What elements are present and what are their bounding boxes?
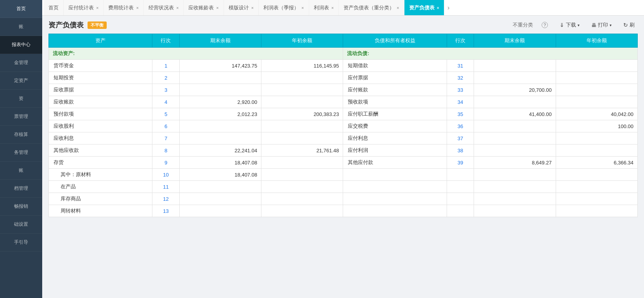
tab-close-balance-reclassified[interactable]: ×: [397, 5, 399, 10]
year-start-balance2[interactable]: [556, 205, 637, 217]
liability-name[interactable]: [343, 205, 447, 217]
end-balance[interactable]: 18,407.08: [179, 157, 261, 169]
year-start-balance[interactable]: [261, 120, 343, 132]
liability-name[interactable]: 预收款项: [343, 96, 447, 108]
sidebar-item-cash[interactable]: 金管理: [0, 54, 42, 72]
end-balance2[interactable]: [474, 132, 556, 145]
end-balance[interactable]: 147,423.75: [179, 60, 261, 72]
asset-name[interactable]: 应收票据: [49, 84, 152, 96]
end-balance2[interactable]: [474, 193, 556, 205]
year-start-balance2[interactable]: 40,042.00: [556, 108, 637, 120]
end-balance[interactable]: 2,012.23: [179, 108, 261, 120]
end-balance2[interactable]: [474, 72, 556, 84]
tab-close-balance-sheet[interactable]: ×: [437, 5, 439, 10]
sidebar-item-reports[interactable]: 报表中心: [0, 36, 42, 54]
year-start-balance[interactable]: [261, 84, 343, 96]
sidebar-item-guide[interactable]: 手引导: [0, 234, 42, 252]
year-start-balance2[interactable]: [556, 60, 637, 72]
year-start-balance2[interactable]: [556, 132, 637, 145]
liability-name[interactable]: [343, 193, 447, 205]
year-start-balance2[interactable]: [556, 193, 637, 205]
year-start-balance[interactable]: [261, 205, 343, 217]
tab-profit-quarterly[interactable]: 利润表（季报） ×: [259, 0, 309, 16]
asset-name[interactable]: 短期投资: [49, 72, 152, 84]
year-start-balance2[interactable]: 6,366.34: [556, 157, 637, 169]
sidebar-item-settings[interactable]: 础设置: [0, 216, 42, 234]
end-balance2[interactable]: 20,700.00: [474, 84, 556, 96]
year-start-balance2[interactable]: 100.00: [556, 120, 637, 132]
asset-name[interactable]: 库存商品: [49, 193, 152, 205]
liability-name[interactable]: 其他应付款: [343, 157, 447, 169]
liability-name[interactable]: [343, 169, 447, 181]
tab-payable-stats[interactable]: 应付统计表 ×: [64, 0, 104, 16]
sidebar-item-tax[interactable]: 务管理: [0, 144, 42, 162]
tab-balance-reclassified[interactable]: 资产负债表（重分类） ×: [339, 0, 404, 16]
asset-name[interactable]: 预付款项: [49, 108, 152, 120]
sidebar-item-account[interactable]: 账: [0, 162, 42, 180]
end-balance2[interactable]: [474, 96, 556, 108]
tab-profit[interactable]: 利润表 ×: [309, 0, 339, 16]
end-balance[interactable]: [179, 181, 261, 193]
asset-name[interactable]: 在产品: [49, 181, 152, 193]
end-balance2[interactable]: 8,649.27: [474, 157, 556, 169]
sidebar-item-ledger[interactable]: 账: [0, 18, 42, 36]
asset-name[interactable]: 存货: [49, 157, 152, 169]
tab-receivable-aging[interactable]: 应收账龄表 ×: [184, 0, 224, 16]
asset-name[interactable]: 其中：原材料: [49, 169, 152, 181]
liability-name[interactable]: 应付利息: [343, 132, 447, 145]
year-start-balance2[interactable]: [556, 181, 637, 193]
end-balance[interactable]: 22,241.04: [179, 145, 261, 157]
end-balance[interactable]: 18,407.08: [179, 169, 261, 181]
liability-name[interactable]: 应付账款: [343, 84, 447, 96]
help-button[interactable]: ?: [538, 21, 551, 29]
tab-balance-sheet[interactable]: 资产负债表 ×: [404, 0, 444, 16]
year-start-balance[interactable]: 116,145.95: [261, 60, 343, 72]
sidebar-item-capital[interactable]: 资: [0, 90, 42, 108]
end-balance[interactable]: [179, 72, 261, 84]
sidebar-item-home[interactable]: 首页: [0, 0, 42, 18]
end-balance2[interactable]: [474, 60, 556, 72]
asset-name[interactable]: 其他应收款: [49, 145, 152, 157]
asset-name[interactable]: 货币资金: [49, 60, 152, 72]
end-balance2[interactable]: [474, 169, 556, 181]
tab-expense-stats[interactable]: 费用统计表 ×: [104, 0, 143, 16]
tab-close-profit[interactable]: ×: [331, 5, 334, 10]
liability-name[interactable]: 应付票据: [343, 72, 447, 84]
tab-close-profit-quarterly[interactable]: ×: [301, 5, 304, 10]
tab-close-template-design[interactable]: ×: [251, 5, 254, 10]
year-start-balance2[interactable]: [556, 72, 637, 84]
tab-scroll-right[interactable]: ›: [444, 4, 453, 11]
year-start-balance2[interactable]: [556, 96, 637, 108]
liability-name[interactable]: 应付利润: [343, 145, 447, 157]
end-balance2[interactable]: 41,400.00: [474, 108, 556, 120]
tab-template-design[interactable]: 模版设计 ×: [224, 0, 259, 16]
sidebar-item-inventory[interactable]: 存核算: [0, 126, 42, 144]
end-balance[interactable]: [179, 84, 261, 96]
asset-name[interactable]: 周转材料: [49, 205, 152, 217]
asset-name[interactable]: 应收利息: [49, 132, 152, 145]
sidebar-item-invoice[interactable]: 票管理: [0, 108, 42, 126]
liability-name[interactable]: 应付职工薪酬: [343, 108, 447, 120]
year-start-balance[interactable]: [261, 181, 343, 193]
year-start-balance[interactable]: [261, 96, 343, 108]
tab-close-business-status[interactable]: ×: [176, 5, 179, 10]
year-start-balance[interactable]: [261, 169, 343, 181]
year-start-balance[interactable]: [261, 132, 343, 145]
asset-name[interactable]: 应收账款: [49, 96, 152, 108]
end-balance[interactable]: 2,920.00: [179, 96, 261, 108]
end-balance2[interactable]: [474, 181, 556, 193]
sidebar-item-archive[interactable]: 档管理: [0, 180, 42, 198]
tab-close-payable-stats[interactable]: ×: [96, 5, 98, 10]
print-button[interactable]: 🖶 打印 ▾: [588, 20, 615, 30]
end-balance[interactable]: [179, 132, 261, 145]
liability-name[interactable]: [343, 181, 447, 193]
tab-close-expense-stats[interactable]: ×: [136, 5, 138, 10]
year-start-balance[interactable]: [261, 157, 343, 169]
end-balance2[interactable]: [474, 145, 556, 157]
end-balance2[interactable]: [474, 205, 556, 217]
year-start-balance[interactable]: 21,761.48: [261, 145, 343, 157]
liability-name[interactable]: 应交税费: [343, 120, 447, 132]
tab-business-status[interactable]: 经营状况表 ×: [144, 0, 184, 16]
year-start-balance[interactable]: [261, 193, 343, 205]
end-balance2[interactable]: [474, 120, 556, 132]
